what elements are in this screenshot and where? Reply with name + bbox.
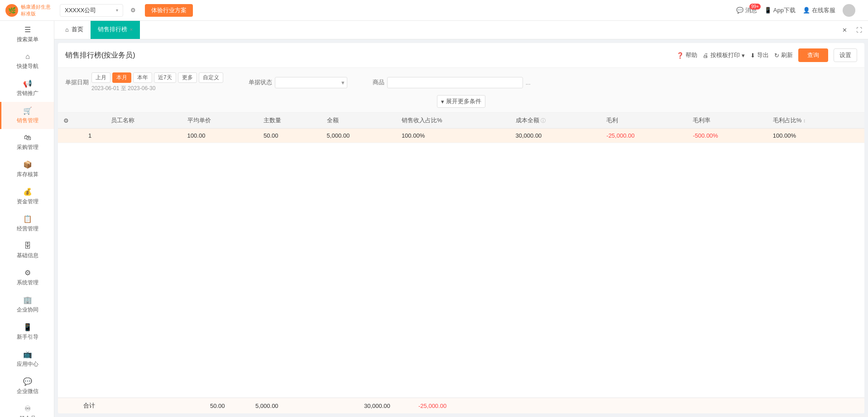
sidebar-item-guide[interactable]: 📱 新手引导 [0, 318, 54, 345]
footer-gross: -25,000.00 [418, 403, 464, 409]
date-filter: 单据日期 上月 本月 本年 近7天 更多 自定义 20 [65, 72, 223, 92]
message-icon: 💬 [736, 7, 743, 14]
tab-home[interactable]: ⌂ 首页 [58, 21, 91, 39]
service-icon: 👤 [803, 7, 810, 14]
sidebar-item-inventory[interactable]: 📦 库存核算 [0, 156, 54, 183]
sidebar-icon-basic-info: 🗄 [24, 242, 31, 250]
cell-gross-rate: -500.00% [687, 129, 767, 143]
col-settings[interactable]: ⚙ [58, 113, 74, 129]
col-cost: 成本全额 ⓘ [510, 113, 601, 129]
tab-minimize-button[interactable]: ✕ [839, 24, 850, 35]
date-custom-button[interactable]: 自定义 [199, 72, 223, 83]
date-recent7-button[interactable]: 近7天 [154, 72, 176, 83]
sidebar-item-finance[interactable]: 💰 资金管理 [0, 183, 54, 210]
sidebar-item-basic-info[interactable]: 🗄 基础信息 [0, 237, 54, 264]
cell-amount: 5,000.00 [321, 129, 396, 143]
date-buttons: 上月 本月 本年 近7天 更多 自定义 [91, 72, 223, 83]
online-service-button[interactable]: 👤 在线客服 [803, 6, 835, 14]
sidebar-label-quick-nav: 快捷导航 [17, 62, 38, 70]
sidebar-label-guide: 新手引导 [17, 333, 38, 341]
app-download-button[interactable]: 📱 App下载 [764, 6, 796, 14]
cell-avg-price: 100.00 [182, 129, 258, 143]
sidebar-item-purchase[interactable]: 🛍 采购管理 [0, 129, 54, 156]
top-right-area: 💬 消息 99+ 📱 App下载 👤 在线客服 [736, 4, 863, 17]
date-more-button[interactable]: 更多 [178, 72, 197, 83]
sidebar-icon-inventory: 📦 [23, 160, 32, 169]
tab-sales-ranking[interactable]: 销售排行榜 × [91, 21, 140, 39]
message-button[interactable]: 💬 消息 99+ [736, 6, 757, 14]
col-amount: 全额 [321, 113, 396, 129]
main-layout: ☰ 搜索菜单 ⌂ 快捷导航 📢 营销推广 🛒 销售管理 🛍 采购管理 📦 库存核… [0, 21, 868, 417]
export-icon: ⬇ [750, 52, 755, 59]
status-select[interactable] [275, 77, 347, 88]
settings-button[interactable]: 设置 [834, 48, 857, 62]
col-name: 员工名称 [106, 113, 182, 129]
logo-icon: 🌿 [5, 4, 18, 17]
template-print-button[interactable]: 🖨 按模板打印 ▾ [703, 51, 745, 59]
date-curr-year-button[interactable]: 本年 [133, 72, 152, 83]
col-avg-price: 平均单价 [182, 113, 258, 129]
topbar-settings-button[interactable]: ⚙ [127, 4, 139, 17]
page-content: 销售排行榜(按业务员) ❓ 帮助 🖨 按模板打印 ▾ ⬇ 导出 [58, 43, 864, 413]
date-curr-month-button[interactable]: 本月 [112, 72, 131, 83]
filter-bar: 单据日期 上月 本月 本年 近7天 更多 自定义 20 [58, 68, 864, 113]
goods-input[interactable] [387, 77, 523, 88]
print-icon: 🖨 [703, 52, 709, 59]
sidebar-label-vip: 畅会员 [19, 415, 36, 417]
col-gross-pct: 毛利占比% ↕ [767, 113, 864, 129]
cell-main-qty: 50.00 [258, 129, 321, 143]
date-prev-month-button[interactable]: 上月 [91, 72, 110, 83]
col-gross: 毛利 [601, 113, 687, 129]
avatar[interactable] [843, 4, 855, 17]
goods-more-icon[interactable]: ... [526, 79, 531, 86]
sidebar-item-business[interactable]: 📋 经营管理 [0, 210, 54, 237]
sidebar-item-sales[interactable]: 🛒 销售管理 [0, 102, 54, 129]
tab-bar: ⌂ 首页 销售排行榜 × ✕ ⛶ [54, 21, 868, 39]
sidebar-item-search-order[interactable]: ☰ 搜索菜单 [0, 21, 54, 48]
cell-settings [58, 129, 74, 143]
sidebar-label-marketing: 营销推广 [17, 90, 38, 97]
sidebar-item-quick-nav[interactable]: ⌂ 快捷导航 [0, 48, 54, 75]
download-icon: 📱 [764, 7, 772, 14]
sales-table: ⚙ 员工名称 平均单价 主数量 全额 销售收入占比% 成本全额 ⓘ 毛利 毛利率… [58, 113, 864, 143]
sidebar-icon-purchase: 🛍 [24, 134, 31, 142]
sidebar-label-finance: 资金管理 [17, 198, 38, 206]
refresh-button[interactable]: ↻ 刷新 [774, 51, 793, 59]
sidebar-item-app-center[interactable]: 📺 应用中心 [0, 345, 54, 373]
sidebar-item-system[interactable]: ⚙ 系统管理 [0, 264, 54, 291]
sidebar-item-enterprise[interactable]: 🏢 企业协同 [0, 291, 54, 318]
cell-sales-pct: 100.00% [396, 129, 510, 143]
sidebar-label-inventory: 库存核算 [17, 171, 38, 178]
sidebar-label-app-center: 应用中心 [17, 360, 38, 368]
cell-gross-pct: 100.00% [767, 129, 864, 143]
table-container: ⚙ 员工名称 平均单价 主数量 全额 销售收入占比% 成本全额 ⓘ 毛利 毛利率… [58, 113, 864, 398]
tab-close-icon[interactable]: × [130, 27, 133, 32]
sidebar-item-wechat[interactable]: 💬 企业微信 [0, 373, 54, 400]
logo-area: 🌿 畅康通好生意 标准版 [5, 4, 60, 17]
goods-filter-label: 商品 [373, 78, 384, 86]
help-button[interactable]: ❓ 帮助 [676, 51, 697, 59]
query-button[interactable]: 查询 [798, 48, 828, 62]
sidebar-label-search-order: 搜索菜单 [17, 36, 38, 43]
sidebar-item-vip[interactable]: ♾ 畅会员 [0, 400, 54, 417]
company-selector[interactable]: XXXXX公司 ▾ [60, 4, 123, 17]
tab-expand-button[interactable]: ⛶ [854, 24, 864, 35]
date-range-text: 2023-06-01 至 2023-06-30 [91, 85, 223, 92]
sidebar-label-wechat: 企业微信 [17, 388, 38, 395]
table-row: 1 100.00 50.00 5,000.00 100.00% 30,000.0… [58, 129, 864, 143]
trial-button[interactable]: 体验行业方案 [145, 4, 193, 17]
export-button[interactable]: ⬇ 导出 [750, 51, 769, 59]
col-sales-pct: 销售收入占比% [396, 113, 510, 129]
table-header: ⚙ 员工名称 平均单价 主数量 全额 销售收入占比% 成本全额 ⓘ 毛利 毛利率… [58, 113, 864, 129]
sidebar-label-system: 系统管理 [17, 279, 38, 287]
footer-total-label: 合计 [83, 402, 110, 410]
expand-filter-row: ▾ 展开更多条件 [65, 95, 857, 108]
top-bar: 🌿 畅康通好生意 标准版 XXXXX公司 ▾ ⚙ 体验行业方案 💬 消息 99+… [0, 0, 868, 21]
page-actions: ❓ 帮助 🖨 按模板打印 ▾ ⬇ 导出 ↻ 刷新 [676, 48, 857, 62]
expand-icon: ▾ [441, 98, 444, 105]
expand-filter-button[interactable]: ▾ 展开更多条件 [437, 95, 485, 108]
date-filter-label: 单据日期 [65, 78, 89, 86]
footer-amount: 5,000.00 [255, 403, 305, 409]
sidebar-item-marketing[interactable]: 📢 营销推广 [0, 75, 54, 102]
refresh-icon: ↻ [774, 52, 779, 59]
